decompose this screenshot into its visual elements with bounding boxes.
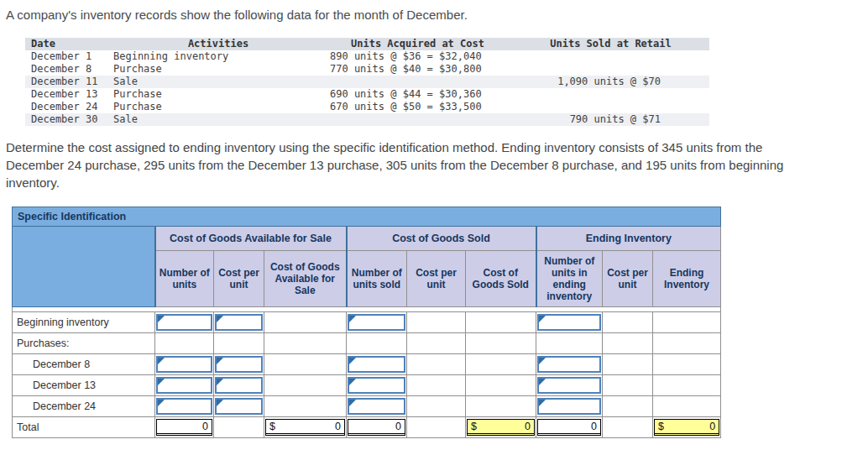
answer-flag-icon [349,316,356,322]
input-cost-per-unit[interactable] [215,377,263,394]
worksheet-row-purchases: Purchases: [13,333,721,354]
answer-flag-icon [217,316,223,322]
cell [214,396,264,417]
corner-cell [13,227,155,307]
cell [536,333,603,354]
cell-date: December 11 [25,76,113,88]
dollar-sign: $ [471,421,477,432]
cell-date: December 13 [25,88,113,101]
cell-acquired: 670 units @ $50 = $33,500 [323,101,512,113]
cell-acquired [323,113,512,126]
cell-cost-per-unit-ending [603,354,653,375]
col-header-units-ending: Number of units in ending inventory [536,251,603,307]
cell-sold [512,63,709,76]
answer-flag-icon [158,316,165,322]
input-units-ending[interactable] [537,314,601,331]
input-units-ending[interactable] [537,377,601,394]
col-header-units-sold: Number of units sold [347,251,407,307]
answer-flag-icon [539,316,546,322]
worksheet-title: Specific Identification [13,207,721,227]
cell-cogs [466,396,536,417]
cell-activity: Sale [113,113,323,126]
row-label-total: Total [13,417,155,438]
worksheet-row-total: Total 0 $0 0 $0 0 $0 [13,417,721,438]
cell-cost-per-unit-ending [603,375,653,396]
input-number-of-units[interactable] [156,398,212,415]
cell-cost-per-unit-sold [407,354,466,375]
input-cost-per-unit[interactable] [215,314,263,331]
input-number-of-units[interactable] [156,314,212,331]
cell-date: December 8 [25,63,113,76]
cell [155,354,214,375]
cell: 0 [155,417,214,438]
row-label: December 8 [13,354,155,375]
cell [407,333,466,354]
input-units-sold[interactable] [348,314,405,331]
cell-activity: Beginning inventory [113,50,323,63]
input-cost-per-unit[interactable] [215,398,263,415]
answer-flag-icon [539,358,546,364]
cell-cost-per-unit-sold [407,396,466,417]
cell-cogafs [264,375,347,396]
cell-cost-per-unit-sold [407,312,466,333]
total-cogs: $0 [467,419,535,436]
input-number-of-units[interactable] [156,377,212,394]
cell-acquired: 770 units @ $40 = $30,800 [323,63,512,76]
worksheet-row-december-24: December 24 [13,396,721,417]
cell-acquired: 890 units @ $36 = $32,040 [323,50,512,63]
cell [155,375,214,396]
input-units-sold[interactable] [348,377,405,394]
cell-acquired: 690 units @ $44 = $30,360 [323,88,512,101]
cell [536,354,603,375]
answer-flag-icon [158,379,165,385]
cell: $0 [264,417,347,438]
col-header-ending-inventory: Ending Inventory [653,251,721,307]
cell-ending-inventory [653,354,721,375]
worksheet-row-beginning-inventory: Beginning inventory [13,312,721,333]
cell-activity: Sale [113,76,323,88]
cell-cogs [466,312,536,333]
cell [214,417,264,438]
cell [603,417,653,438]
cell-sold: 790 units @ $71 [512,113,709,126]
cell [653,333,721,354]
cell [536,375,603,396]
input-units-ending[interactable] [537,356,601,373]
row-label: December 13 [13,375,155,396]
input-units-ending[interactable] [537,398,601,415]
group-header-row: Cost of Goods Available for Sale Cost of… [13,227,721,251]
answer-flag-icon [158,358,165,364]
cell [155,396,214,417]
group-header-ending-inventory: Ending Inventory [536,227,721,251]
input-cost-per-unit[interactable] [215,356,263,373]
cell-ending-inventory [653,375,721,396]
answer-flag-icon [349,400,356,406]
cell [407,417,466,438]
cell-ending-inventory [653,396,721,417]
answer-flag-icon [539,379,546,385]
total-ending-inventory: $0 [654,419,719,436]
input-units-sold[interactable] [348,398,405,415]
answer-flag-icon [539,400,546,406]
total-number-of-units: 0 [156,419,212,436]
cell [347,312,407,333]
col-header-cogs: Cost of Goods Sold [466,251,536,307]
total-units-sold: 0 [348,419,405,436]
cell [347,375,407,396]
col-header-cost-per-unit-ending: Cost per unit [603,251,653,307]
input-units-sold[interactable] [348,356,405,373]
cell [347,354,407,375]
cell [536,312,603,333]
input-number-of-units[interactable] [156,356,212,373]
cell [466,333,536,354]
cell-ending-inventory [653,312,721,333]
cell-cogs [466,375,536,396]
col-header-date: Date [25,38,113,50]
col-header-number-of-units: Number of units [155,251,214,307]
total-units-ending: 0 [537,419,601,436]
col-header-units-acquired: Units Acquired at Cost [323,38,512,50]
answer-flag-icon [349,358,356,364]
cell [214,375,264,396]
worksheet-title-row: Specific Identification [13,207,721,227]
cell [155,312,214,333]
